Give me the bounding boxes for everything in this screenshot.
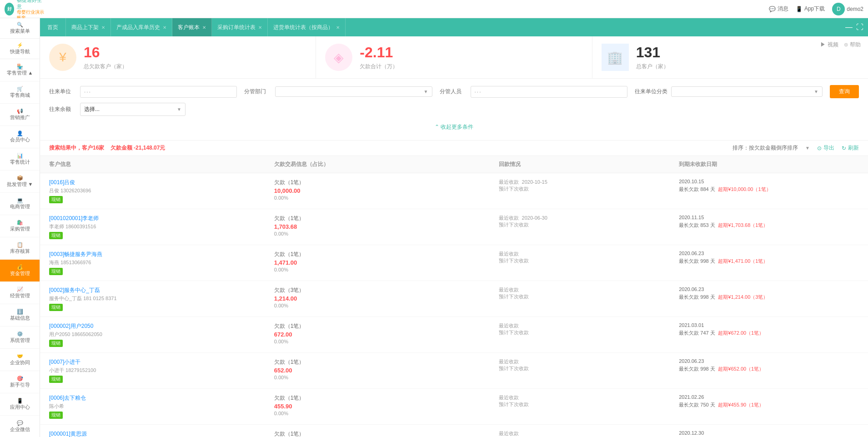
sidebar-item-wechat[interactable]: 💬 企业微信	[0, 416, 40, 437]
last-payment-4: 最近收款	[499, 322, 679, 329]
balance-select[interactable]: 选择... ▼	[80, 103, 186, 116]
user-menu[interactable]: D demo2	[832, 3, 863, 15]
sidebar-item-retail-mgmt[interactable]: 🏪 零售管理 ▲	[0, 59, 40, 81]
main-layout: 🔍 搜索菜单 ⚡ 快捷导航 🏪 零售管理 ▲ 🛒 零售商城 📢 营销推广 👤	[0, 18, 868, 437]
due-date-info-6: 2021.02.26 最长欠款 750 天 超期¥455.90（1笔）	[679, 394, 859, 408]
sidebar-item-purchase[interactable]: 🛍️ 采购管理	[0, 215, 40, 237]
table-row: [0001020001]李老师 李老师 18600391516 现销 欠款（1笔…	[40, 209, 868, 245]
refresh-btn[interactable]: ↻ 刷新	[842, 144, 859, 152]
customer-name-1[interactable]: [0001020001]李老师	[49, 215, 274, 222]
sidebar-item-quick-nav[interactable]: ⚡ 快捷导航	[0, 39, 40, 59]
table-container: 客户信息 欠款交易信息（占比） 回款情况 到期未收款日期 [0016]吕俊 吕俊…	[40, 156, 868, 437]
overdue-link-4[interactable]: 超期¥672.00（1笔）	[718, 330, 764, 336]
sidebar-item-retail-stats[interactable]: 📊 零售统计	[0, 148, 40, 171]
customer-phone-4: 用户2050 18665062050	[49, 331, 274, 338]
ecommerce-icon: 💻	[17, 197, 23, 203]
overdue-link-1[interactable]: 超期¥1,703.68（1笔）	[718, 222, 768, 228]
tab-purchase-product-stats[interactable]: 进货单统计表（按商品） ✕	[268, 18, 346, 36]
sidebar-item-search[interactable]: 🔍 搜索菜单	[0, 18, 40, 39]
source-unit-input[interactable]: ···	[80, 86, 237, 98]
table-row: [000001]黄思源 黄思源 13552700226 现销 欠款（1笔） 42…	[40, 425, 868, 437]
tab-product-listing[interactable]: 商品上下架 ✕	[66, 18, 111, 36]
tab-purchase-stats[interactable]: 采购订单统计表 ✕	[212, 18, 268, 36]
return-info-4: 最近收款 预计下次收款	[499, 322, 679, 336]
avatar: D	[832, 3, 845, 15]
query-button[interactable]: 查询	[830, 85, 859, 98]
export-btn[interactable]: ⊙ 导出	[817, 144, 834, 152]
app-download-btn[interactable]: 📱 App下载	[796, 5, 825, 13]
sidebar-item-base-info[interactable]: ℹ️ 基础信息	[0, 304, 40, 326]
overdue-link-5[interactable]: 超期¥652.00（1笔）	[718, 366, 764, 372]
help-btn[interactable]: ⊙ 帮助	[844, 41, 861, 49]
customer-name-3[interactable]: [0002]服务中心_丁磊	[49, 286, 274, 294]
customer-name-2[interactable]: [0003]畅捷服务尹海燕	[49, 251, 274, 258]
tab-close-purchase-product-stats[interactable]: ✕	[336, 25, 340, 30]
sort-chevron-icon[interactable]: ▼	[805, 146, 810, 151]
debt-percent-0: 0.00%	[274, 195, 499, 201]
sidebar-item-retail-mall[interactable]: 🛒 零售商城	[0, 81, 40, 104]
sidebar-item-operations[interactable]: 📈 经营管理	[0, 282, 40, 304]
stat-info-customers: 16 总欠款客户（家）	[84, 44, 127, 70]
customer-name-5[interactable]: [0007]小进干	[49, 358, 274, 366]
top-bar: 好 畅捷通好生意 母婴行业演示账套 💬 消息 📱 App下载 D demo2	[0, 0, 868, 18]
logo-area: 好 畅捷通好生意 母婴行业演示账套	[5, 0, 45, 20]
header-debt: 欠款交易信息（占比）	[274, 161, 499, 168]
stat-card-customers: ¥ 16 总欠款客户（家）	[40, 36, 316, 78]
manager-input[interactable]: ···	[471, 86, 627, 98]
overdue-link-0[interactable]: 超期¥10,000.00（1笔）	[718, 186, 771, 192]
maximize-icon[interactable]: ⛶	[856, 23, 863, 31]
sidebar-item-marketing[interactable]: 📢 营销推广	[0, 104, 40, 126]
tab-close-product-history[interactable]: ✕	[163, 25, 166, 30]
next-payment-6: 预计下次收款	[499, 401, 679, 408]
collapse-btn[interactable]: ⌃ 收起更多条件	[49, 121, 859, 134]
sidebar-item-system[interactable]: ⚙️ 系统管理	[0, 326, 40, 349]
minimize-icon[interactable]: —	[845, 23, 853, 31]
debt-amount-3: 1,214.00	[274, 295, 499, 302]
chevron-down-icon-dept: ▼	[424, 89, 428, 94]
sidebar-item-ecommerce[interactable]: 💻 电商管理	[0, 193, 40, 215]
return-info-1: 最近收款 2020-06-30 预计下次收款	[499, 215, 679, 228]
overdue-link-6[interactable]: 超期¥455.90（1笔）	[718, 402, 764, 407]
due-date-3: 2020.06.23	[679, 286, 859, 292]
next-payment-0: 预计下次收款	[499, 186, 679, 192]
overdue-link-2[interactable]: 超期¥1,471.00（1笔）	[718, 258, 768, 264]
message-btn[interactable]: 💬 消息	[769, 5, 788, 13]
unit-class-select[interactable]: ▼	[671, 86, 823, 97]
tab-customer-account[interactable]: 客户账本 ✕	[172, 18, 212, 36]
debt-count-1: 欠款（1笔）	[274, 215, 499, 222]
stat-label-amount: 欠款合计（万）	[360, 63, 398, 70]
sidebar-item-finance[interactable]: 💰 资金管理	[0, 260, 40, 282]
overdue-days-2: 最长欠款 998 天	[679, 258, 715, 264]
collab-icon: 🤝	[17, 353, 23, 359]
sidebar-item-collab[interactable]: 🤝 企业协同	[0, 349, 40, 371]
overdue-days-3: 最长欠款 998 天	[679, 294, 715, 300]
customer-name-6[interactable]: [0006]去下粮仓	[49, 394, 274, 402]
tab-product-history[interactable]: 产成品入库单历史 ✕	[111, 18, 172, 36]
sidebar-item-guide[interactable]: 🎯 新手引导	[0, 371, 40, 393]
tab-close-customer-account[interactable]: ✕	[202, 25, 206, 30]
overdue-link-3[interactable]: 超期¥1,214.00（3笔）	[718, 294, 768, 300]
tab-close-product-listing[interactable]: ✕	[101, 25, 105, 30]
dept-select[interactable]: ▼	[275, 86, 432, 97]
sidebar-item-app-center[interactable]: 📱 应用中心	[0, 393, 40, 416]
chevron-down-icon-balance: ▼	[177, 107, 181, 112]
stat-number-total: 131	[636, 44, 669, 61]
table-row: [000002]用户2050 用户2050 18665062050 现销 欠款（…	[40, 317, 868, 353]
next-payment-5: 预计下次收款	[499, 365, 679, 372]
customer-name-4[interactable]: [000002]用户2050	[49, 322, 274, 330]
tab-home[interactable]: 首页	[40, 18, 66, 36]
filter-area: 往来单位 ··· 分管部门 ▼	[40, 79, 868, 141]
customer-info-0: [0016]吕俊 吕俊 13026203696 现销	[49, 179, 274, 203]
view-video-btn[interactable]: ▶ 视频	[820, 41, 838, 49]
tab-bar-end: — ⛶	[845, 23, 868, 31]
sidebar-item-inventory[interactable]: 📋 库存核算	[0, 237, 40, 260]
customer-info-6: [0006]去下粮仓 陈小希 现销	[49, 394, 274, 419]
customer-name-7[interactable]: [000001]黄思源	[49, 430, 274, 437]
filter-manager: 分管人员 ···	[440, 86, 627, 98]
debt-percent-2: 0.00%	[274, 267, 499, 272]
sidebar-item-wholesale[interactable]: 📦 批发管理 ▼	[0, 171, 40, 193]
customer-name-0[interactable]: [0016]吕俊	[49, 179, 274, 186]
next-payment-2: 预计下次收款	[499, 257, 679, 264]
tab-close-purchase-stats[interactable]: ✕	[258, 25, 262, 30]
sidebar-item-member[interactable]: 👤 会员中心	[0, 126, 40, 148]
